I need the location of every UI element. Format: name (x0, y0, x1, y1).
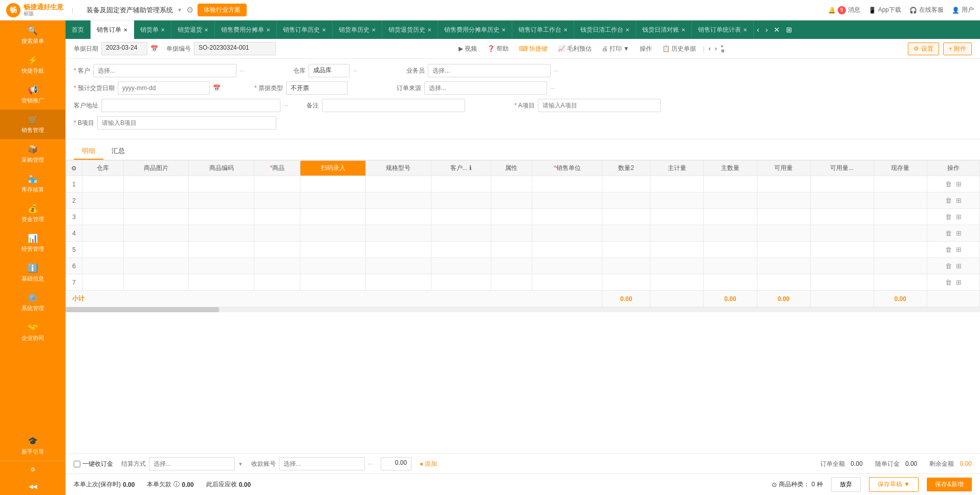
tab-close-icon[interactable]: ✕ (563, 27, 568, 33)
tab-close-icon[interactable]: ✕ (266, 27, 270, 33)
row-main-qty[interactable] (704, 258, 757, 274)
app-download-button[interactable]: 📱 App下载 (868, 6, 901, 14)
row-product-code[interactable] (189, 192, 254, 209)
row-product-code[interactable] (189, 225, 254, 242)
row-delete-icon[interactable]: 🗑 (945, 262, 952, 270)
order-no-value[interactable]: SO-20230324-001 (194, 42, 276, 55)
row-available-more[interactable] (810, 192, 874, 209)
row-current-stock[interactable] (874, 258, 927, 274)
row-delete-icon[interactable]: 🗑 (945, 213, 952, 221)
row-warehouse[interactable] (82, 176, 124, 192)
row-product[interactable] (254, 274, 300, 291)
tab-close-icon[interactable]: ✕ (161, 27, 165, 33)
row-copy-icon[interactable]: ⊞ (956, 229, 962, 237)
row-spec[interactable] (366, 176, 431, 192)
row-delete-icon[interactable]: 🗑 (945, 246, 952, 253)
sidebar-bottom-settings[interactable]: ⚙ (0, 461, 66, 478)
row-sales-unit[interactable] (532, 258, 602, 274)
view-toggle-icon[interactable]: ≡⊞ (721, 44, 725, 53)
print-button[interactable]: 🖨 打印 ▼ (599, 44, 633, 54)
date-value[interactable]: 2023-03-24 (101, 42, 147, 55)
b-project-input[interactable] (97, 116, 276, 130)
sidebar-item-sales[interactable]: 🛒 销售管理 (0, 110, 66, 139)
row-product[interactable] (254, 176, 300, 192)
sidebar-item-guide[interactable]: 🎓 新手引导 (0, 431, 66, 461)
row-sales-unit[interactable] (532, 209, 602, 225)
row-current-stock[interactable] (874, 176, 927, 192)
row-main-unit[interactable] (650, 274, 704, 291)
row-current-stock[interactable] (874, 274, 927, 291)
row-customer-code[interactable] (431, 209, 491, 225)
row-available-more[interactable] (810, 274, 874, 291)
row-spec[interactable] (366, 192, 431, 209)
tab-next-button[interactable]: › (763, 26, 771, 34)
settings-icon[interactable]: ⚙ (186, 5, 193, 15)
row-main-qty[interactable] (704, 225, 757, 242)
row-copy-icon[interactable]: ⊞ (956, 180, 962, 188)
row-delete-icon[interactable]: 🗑 (945, 278, 952, 286)
tab-daily-workbench[interactable]: 钱货日清工作台 ✕ (574, 20, 636, 39)
row-warehouse[interactable] (82, 242, 124, 258)
row-current-stock[interactable] (874, 209, 927, 225)
calendar2-icon[interactable]: 📅 (213, 84, 221, 92)
sidebar-item-purchase[interactable]: 📦 采购管理 (0, 139, 66, 169)
row-copy-icon[interactable]: ⊞ (956, 262, 962, 270)
row-main-unit[interactable] (650, 258, 704, 274)
row-attributes[interactable] (491, 242, 532, 258)
row-qty2[interactable] (602, 176, 650, 192)
row-product-code[interactable] (189, 258, 254, 274)
row-qty2[interactable] (602, 242, 650, 258)
user-menu[interactable]: 👤 用户 (952, 6, 974, 14)
sidebar-item-basic-info[interactable]: ℹ️ 基础信息 (0, 258, 66, 288)
row-main-qty[interactable] (704, 176, 757, 192)
sidebar-item-operations[interactable]: 📊 经营管理 (0, 228, 66, 258)
payment-method-dropdown-icon[interactable]: ▼ (238, 461, 243, 467)
sidebar-item-inventory[interactable]: 🏪 库存核算 (0, 169, 66, 199)
system-title-dropdown-icon[interactable]: ▼ (177, 7, 182, 13)
row-available[interactable] (757, 192, 810, 209)
tab-summary[interactable]: 汇总 (103, 143, 133, 160)
row-main-unit[interactable] (650, 209, 704, 225)
row-copy-icon[interactable]: ⊞ (956, 213, 962, 221)
row-main-unit[interactable] (650, 176, 704, 192)
row-product[interactable] (254, 258, 300, 274)
receipt-account-more-icon[interactable]: ··· (368, 461, 373, 467)
row-available-more[interactable] (810, 176, 874, 192)
row-spec[interactable] (366, 225, 431, 242)
row-main-qty[interactable] (704, 209, 757, 225)
salesperson-more-icon[interactable]: ··· (554, 68, 558, 74)
sidebar-item-quicknav[interactable]: ⚡ 快捷导航 (0, 50, 66, 80)
sidebar-item-enterprise[interactable]: 🤝 企业协同 (0, 317, 66, 347)
address-more-icon[interactable]: ··· (284, 102, 288, 109)
tab-close-icon[interactable]: ✕ (123, 27, 127, 33)
tab-close-icon[interactable]: ✕ (204, 27, 208, 33)
tab-daily-reconcile[interactable]: 钱货日清对账 ✕ (636, 20, 692, 39)
discard-button[interactable]: 放弃 (831, 477, 861, 492)
attach-panel-button[interactable]: + 附件 (943, 42, 972, 55)
row-available-more[interactable] (810, 225, 874, 242)
row-delete-icon[interactable]: 🗑 (945, 229, 952, 237)
row-spec[interactable] (366, 209, 431, 225)
row-main-unit[interactable] (650, 225, 704, 242)
sidebar-item-search[interactable]: 🔍 搜索菜单 (0, 20, 66, 50)
row-copy-icon[interactable]: ⊞ (956, 278, 962, 286)
save-draft-button[interactable]: 保存草稿 ▼ (869, 477, 919, 492)
row-main-qty[interactable] (704, 192, 757, 209)
row-customer-code[interactable] (431, 274, 491, 291)
tab-sales-order[interactable]: 销售订单 ✕ (91, 20, 134, 39)
warehouse-more-icon[interactable]: ··· (353, 68, 357, 74)
tab-close-icon[interactable]: ✕ (372, 27, 376, 33)
calendar-icon[interactable]: 📅 (150, 45, 158, 52)
row-available[interactable] (757, 176, 810, 192)
row-customer-code[interactable] (431, 176, 491, 192)
tab-close-icon[interactable]: ✕ (743, 27, 747, 33)
row-current-stock[interactable] (874, 192, 927, 209)
tab-home[interactable]: 首页 (66, 20, 91, 39)
industry-solution-button[interactable]: 体验行业方案 (198, 4, 247, 16)
payment-method-input[interactable] (149, 457, 235, 470)
row-warehouse[interactable] (82, 192, 124, 209)
tab-sales-refund[interactable]: 销货退货 ✕ (171, 20, 215, 39)
row-qty2[interactable] (602, 192, 650, 209)
row-current-stock[interactable] (874, 225, 927, 242)
row-available-more[interactable] (810, 242, 874, 258)
